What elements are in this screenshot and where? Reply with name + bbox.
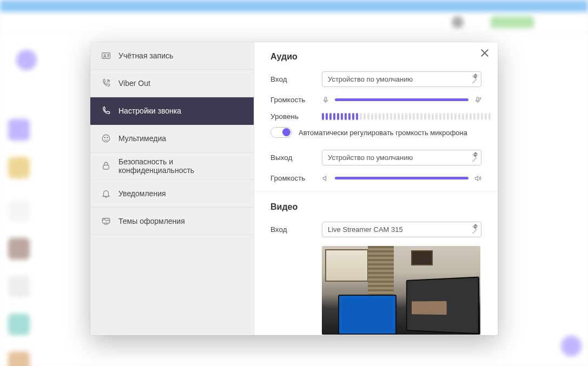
image-icon (101, 134, 111, 143)
mic-high-icon (474, 96, 481, 104)
svg-point-2 (102, 135, 110, 142)
nav-item-themes[interactable]: Темы оформления (90, 208, 254, 235)
nav-label: Учётная запись (118, 51, 173, 60)
theme-icon (101, 216, 111, 226)
audio-input-label: Вход (270, 75, 322, 83)
speaker-volume-label: Громкость (270, 174, 322, 182)
lock-icon (101, 161, 111, 171)
mic-level-meter (322, 113, 491, 120)
close-icon[interactable] (479, 48, 490, 58)
nav-label: Безопасность и конфиденциальность (118, 157, 243, 175)
nav-item-call-settings[interactable]: Настройки звонка (90, 97, 254, 125)
svg-rect-8 (477, 97, 479, 100)
auto-gain-toggle[interactable] (270, 127, 292, 138)
svg-rect-7 (325, 97, 327, 100)
audio-output-select[interactable]: Устройство по умолчанию (322, 150, 481, 165)
settings-content: Аудио Вход Устройство по умолчанию Громк… (254, 42, 498, 335)
auto-gain-label: Автоматически регулировать громкость мик… (299, 129, 467, 137)
svg-point-3 (104, 137, 105, 138)
svg-point-1 (104, 55, 105, 56)
audio-input-device: Устройство по умолчанию (328, 75, 413, 83)
nav-label: Уведомления (118, 189, 166, 198)
audio-input-select[interactable]: Устройство по умолчанию (322, 71, 481, 87)
mic-volume-label: Громкость (270, 96, 322, 104)
video-preview (322, 246, 480, 335)
nav-label: Viber Out (118, 79, 150, 88)
speaker-low-icon (322, 175, 329, 182)
svg-rect-5 (103, 165, 109, 170)
mic-level-label: Уровень (270, 112, 322, 121)
audio-output-device: Устройство по умолчанию (328, 154, 413, 162)
nav-label: Темы оформления (118, 217, 185, 225)
video-input-label: Вход (270, 225, 322, 234)
nav-item-notifications[interactable]: Уведомления (90, 180, 254, 208)
audio-output-label: Выход (270, 154, 322, 162)
nav-item-account[interactable]: Учётная запись (90, 42, 254, 70)
audio-section-title: Аудио (270, 52, 481, 62)
video-input-device: Live Streamer CAM 315 (328, 225, 403, 234)
settings-nav: Учётная запись Viber Out Настройки звонк… (90, 42, 254, 335)
phone-out-icon (101, 78, 111, 88)
nav-item-viber-out[interactable]: Viber Out (90, 70, 254, 97)
video-section-title: Видео (270, 202, 481, 212)
mic-low-icon (322, 96, 329, 104)
nav-label: Настройки звонка (118, 107, 181, 115)
settings-modal: Учётная запись Viber Out Настройки звонк… (90, 42, 498, 335)
speaker-high-icon (474, 175, 481, 182)
speaker-volume-slider[interactable] (335, 177, 468, 179)
nav-item-multimedia[interactable]: Мультимедиа (90, 125, 254, 152)
nav-label: Мультимедиа (118, 134, 166, 143)
section-divider (254, 191, 498, 191)
id-card-icon (101, 51, 111, 61)
bell-icon (101, 189, 111, 198)
mic-volume-slider[interactable] (335, 98, 468, 101)
svg-point-4 (107, 137, 108, 138)
phone-settings-icon (101, 106, 111, 116)
video-input-select[interactable]: Live Streamer CAM 315 (322, 222, 481, 237)
nav-item-security[interactable]: Безопасность и конфиденциальность (90, 152, 254, 180)
